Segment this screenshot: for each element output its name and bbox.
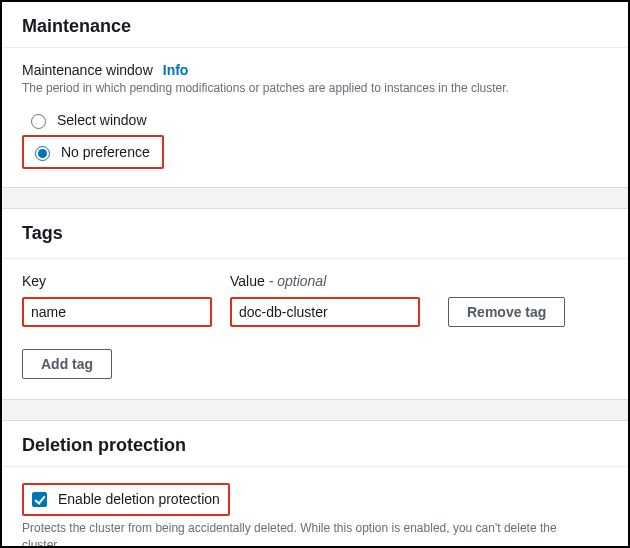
- deletion-protection-header: Deletion protection: [2, 421, 628, 467]
- radio-select-window[interactable]: [31, 114, 46, 129]
- enable-deletion-protection-label: Enable deletion protection: [58, 491, 220, 507]
- maintenance-window-desc: The period in which pending modification…: [22, 80, 608, 97]
- tags-title: Tags: [22, 223, 608, 244]
- section-divider: [2, 399, 628, 421]
- remove-tag-button[interactable]: Remove tag: [448, 297, 565, 327]
- maintenance-window-label: Maintenance window: [22, 62, 153, 78]
- radio-no-preference[interactable]: [35, 146, 50, 161]
- deletion-protection-title: Deletion protection: [22, 435, 608, 456]
- maintenance-header: Maintenance: [2, 2, 628, 48]
- tag-value-input[interactable]: [230, 297, 420, 327]
- highlight-enable-deletion-protection: Enable deletion protection: [22, 483, 230, 516]
- radio-no-preference-row[interactable]: No preference: [26, 139, 156, 165]
- radio-select-window-label: Select window: [57, 112, 147, 128]
- tags-section: Tags Key Value - optional Remove tag Add…: [2, 209, 628, 399]
- info-link[interactable]: Info: [163, 62, 189, 78]
- add-tag-button[interactable]: Add tag: [22, 349, 112, 379]
- tag-key-label: Key: [22, 273, 212, 289]
- enable-deletion-protection-checkbox[interactable]: [32, 492, 47, 507]
- deletion-protection-section: Deletion protection Enable deletion prot…: [2, 421, 628, 548]
- radio-no-preference-label: No preference: [61, 144, 150, 160]
- radio-select-window-row[interactable]: Select window: [22, 107, 608, 133]
- tag-row: Key Value - optional Remove tag: [22, 273, 608, 327]
- section-divider: [2, 187, 628, 209]
- tag-key-input[interactable]: [22, 297, 212, 327]
- maintenance-window-radio-group: Select window No preference: [22, 107, 608, 169]
- tag-value-label: Value - optional: [230, 273, 420, 289]
- maintenance-section: Maintenance Maintenance window Info The …: [2, 2, 628, 187]
- maintenance-title: Maintenance: [22, 16, 608, 37]
- tags-header: Tags: [2, 209, 628, 259]
- highlight-no-preference: No preference: [22, 135, 164, 169]
- deletion-protection-desc: Protects the cluster from being accident…: [22, 520, 582, 548]
- enable-deletion-protection-row[interactable]: Enable deletion protection: [28, 489, 220, 510]
